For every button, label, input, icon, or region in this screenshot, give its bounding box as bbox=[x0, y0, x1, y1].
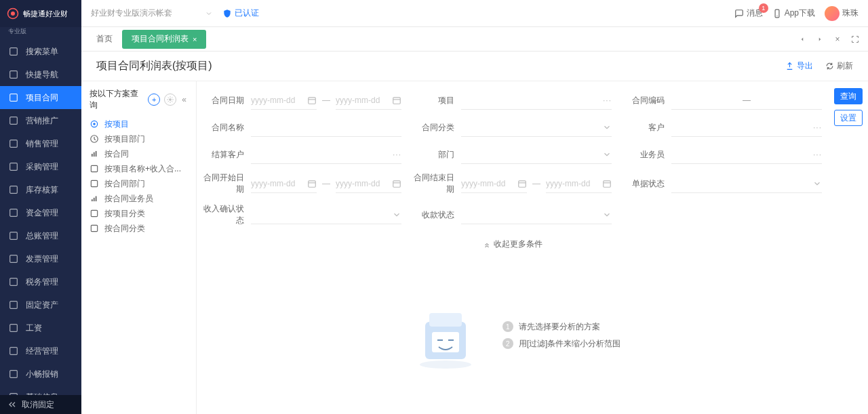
nav-item[interactable]: 经营管理 bbox=[0, 339, 81, 363]
nav-item[interactable]: 工资 bbox=[0, 316, 81, 339]
collapse-panel-button[interactable]: « bbox=[180, 95, 188, 104]
svg-rect-2 bbox=[10, 48, 18, 56]
nav-icon bbox=[8, 184, 19, 195]
nav-item[interactable]: 营销推广 bbox=[0, 109, 81, 132]
contract-date-to[interactable]: yyyy-mm-dd bbox=[336, 91, 401, 110]
user-menu[interactable]: 珠珠 bbox=[825, 6, 859, 21]
download-button[interactable]: App下载 bbox=[772, 7, 815, 19]
fullscreen-button[interactable] bbox=[848, 32, 863, 47]
contract-cat-select[interactable] bbox=[461, 118, 612, 137]
nav-icon bbox=[8, 207, 19, 218]
field-project: 项目··· bbox=[414, 91, 612, 110]
bill-status-select[interactable] bbox=[671, 174, 822, 193]
receipt-status-select[interactable] bbox=[461, 205, 612, 224]
scheme-item[interactable]: 按项目部门 bbox=[85, 131, 192, 146]
gear-icon bbox=[167, 96, 174, 103]
project-input[interactable]: ··· bbox=[461, 91, 612, 110]
tabbar: 首页 项目合同利润表 × × bbox=[81, 27, 868, 51]
nav-item[interactable]: 搜索菜单 bbox=[0, 40, 81, 63]
scheme-label: 按合同 bbox=[104, 148, 129, 160]
tab-next-button[interactable] bbox=[812, 32, 827, 47]
scheme-settings-button[interactable] bbox=[164, 94, 176, 106]
pin-toggle[interactable]: 取消固定 bbox=[0, 395, 81, 414]
placeholder: yyyy-mm-dd bbox=[336, 179, 392, 188]
messages-button[interactable]: 消息 1 bbox=[734, 7, 763, 19]
contract-end-from[interactable]: yyyy-mm-dd bbox=[461, 174, 527, 193]
dept-select[interactable] bbox=[461, 145, 612, 164]
contract-end-to[interactable]: yyyy-mm-dd bbox=[546, 174, 612, 193]
close-icon[interactable]: × bbox=[193, 35, 197, 43]
nav-item[interactable]: 总账管理 bbox=[0, 224, 81, 247]
query-button[interactable]: 查询 bbox=[834, 88, 863, 104]
scheme-icon bbox=[90, 179, 99, 188]
nav-label: 资金管理 bbox=[26, 207, 58, 219]
nav-item[interactable]: 小畅报销 bbox=[0, 363, 81, 386]
label-project: 项目 bbox=[414, 95, 461, 106]
contract-no-input[interactable]: — bbox=[671, 91, 822, 110]
svg-rect-26 bbox=[94, 152, 95, 157]
nav-item[interactable]: 销售管理 bbox=[0, 132, 81, 155]
customer-input[interactable]: ··· bbox=[671, 118, 822, 137]
contract-date-from[interactable]: yyyy-mm-dd bbox=[251, 91, 317, 110]
nav-item[interactable]: 采购管理 bbox=[0, 155, 81, 178]
verified-badge: 已认证 bbox=[222, 7, 259, 19]
nav-item[interactable]: 项目合同 bbox=[0, 86, 81, 109]
nav-label: 工资 bbox=[26, 323, 42, 334]
salesman-input[interactable]: ··· bbox=[671, 145, 822, 164]
scheme-item[interactable]: 按合同分类 bbox=[85, 221, 192, 236]
scheme-item[interactable]: 按项目名称+收入合... bbox=[85, 161, 192, 176]
scheme-item[interactable]: 按项目 bbox=[85, 117, 192, 131]
svg-rect-17 bbox=[10, 394, 18, 395]
contract-start-from[interactable]: yyyy-mm-dd bbox=[251, 174, 317, 193]
income-status-select[interactable] bbox=[251, 205, 401, 224]
nav-item[interactable]: 发票管理 bbox=[0, 247, 81, 270]
field-dept: 部门 bbox=[414, 145, 612, 164]
sidebar-nav: 搜索菜单快捷导航项目合同营销推广销售管理采购管理库存核算资金管理总账管理发票管理… bbox=[0, 40, 81, 395]
contract-start-to[interactable]: yyyy-mm-dd bbox=[336, 174, 401, 193]
export-icon bbox=[785, 62, 794, 70]
label-salesman: 业务员 bbox=[624, 149, 671, 161]
label-customer: 客户 bbox=[624, 122, 671, 133]
nav-label: 采购管理 bbox=[26, 161, 58, 173]
tab-active[interactable]: 项目合同利润表 × bbox=[122, 30, 206, 49]
settle-customer-input[interactable]: ··· bbox=[251, 145, 401, 164]
add-scheme-button[interactable]: + bbox=[148, 94, 160, 106]
settings-button[interactable]: 设置 bbox=[834, 110, 863, 126]
scheme-item[interactable]: 按合同部门 bbox=[85, 176, 192, 191]
contract-name-input[interactable] bbox=[251, 118, 401, 137]
tab-close-all-button[interactable]: × bbox=[830, 32, 845, 47]
scheme-label: 按合同部门 bbox=[104, 178, 145, 190]
tab-home[interactable]: 首页 bbox=[87, 30, 122, 49]
nav-item[interactable]: 资金管理 bbox=[0, 201, 81, 224]
nav-label: 搜索菜单 bbox=[26, 46, 58, 58]
scheme-item[interactable]: 按合同业务员 bbox=[85, 191, 192, 206]
nav-label: 快捷导航 bbox=[26, 69, 58, 81]
settings-label: 设置 bbox=[840, 112, 856, 124]
collapse-filters-button[interactable]: 收起更多条件 bbox=[483, 239, 542, 250]
export-button[interactable]: 导出 bbox=[785, 60, 813, 72]
pin-label: 取消固定 bbox=[22, 399, 54, 411]
nav-item[interactable]: 快捷导航 bbox=[0, 63, 81, 86]
svg-rect-32 bbox=[96, 196, 97, 202]
step-text: 请先选择要分析的方案 bbox=[519, 321, 600, 333]
field-customer: 客户··· bbox=[624, 118, 822, 137]
nav-item[interactable]: 固定资产 bbox=[0, 293, 81, 316]
calendar-icon bbox=[602, 179, 612, 188]
chevron-down-icon bbox=[812, 179, 822, 188]
avatar bbox=[825, 6, 840, 21]
nav-item[interactable]: 基础信息 bbox=[0, 386, 81, 395]
scheme-icon bbox=[90, 134, 99, 144]
refresh-button[interactable]: 刷新 bbox=[825, 60, 853, 72]
shield-icon bbox=[222, 9, 232, 18]
field-contract-end: 合同结束日期 yyyy-mm-dd — yyyy-mm-dd bbox=[414, 172, 612, 195]
scheme-item[interactable]: 按项目分类 bbox=[85, 206, 192, 221]
nav-icon bbox=[8, 161, 19, 172]
account-selector[interactable]: 好业财专业版演示帐套 bbox=[91, 7, 213, 19]
tab-prev-button[interactable] bbox=[795, 32, 810, 47]
nav-item[interactable]: 税务管理 bbox=[0, 270, 81, 293]
calendar-icon bbox=[517, 179, 527, 188]
scheme-item[interactable]: 按合同 bbox=[85, 146, 192, 161]
nav-item[interactable]: 库存核算 bbox=[0, 178, 81, 201]
step-text: 用[过滤]条件来缩小分析范围 bbox=[519, 338, 621, 350]
placeholder: yyyy-mm-dd bbox=[251, 179, 307, 188]
